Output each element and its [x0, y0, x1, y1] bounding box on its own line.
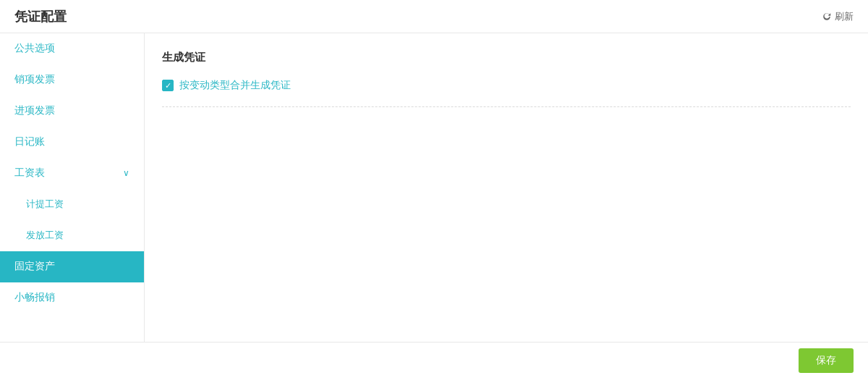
sidebar-item-payroll-accrual[interactable]: 计提工资 [0, 189, 144, 220]
sidebar: 公共选项销项发票进项发票日记账工资表∨计提工资发放工资固定资产小畅报销 [0, 33, 145, 342]
sidebar-item-fixed-assets[interactable]: 固定资产 [0, 251, 144, 282]
header: 凭证配置 刷新 [0, 0, 868, 33]
sidebar-item-label: 进项发票 [14, 104, 55, 117]
refresh-label: 刷新 [835, 10, 854, 23]
checkbox-merge-label: 按变动类型合并生成凭证 [179, 79, 291, 92]
sidebar-item-payroll-table[interactable]: 工资表∨ [0, 158, 144, 189]
sidebar-item-label: 发放工资 [26, 229, 64, 242]
sidebar-item-label: 销项发票 [14, 73, 55, 86]
sidebar-item-purchase-invoice[interactable]: 进项发票 [0, 96, 144, 127]
refresh-button[interactable]: 刷新 [822, 10, 854, 23]
sidebar-item-public-options[interactable]: 公共选项 [0, 33, 144, 64]
main-content: 公共选项销项发票进项发票日记账工资表∨计提工资发放工资固定资产小畅报销 生成凭证… [0, 33, 868, 342]
sidebar-item-payroll-release[interactable]: 发放工资 [0, 220, 144, 251]
section-title: 生成凭证 [162, 51, 851, 64]
sidebar-item-label: 日记账 [14, 135, 45, 148]
chevron-down-icon: ∨ [123, 168, 129, 178]
sidebar-item-label: 工资表 [14, 167, 45, 180]
sidebar-item-label: 公共选项 [14, 42, 55, 55]
sidebar-item-journal[interactable]: 日记账 [0, 127, 144, 158]
page-title: 凭证配置 [14, 8, 67, 25]
sidebar-item-label: 固定资产 [14, 260, 55, 273]
checkbox-merge-type[interactable] [162, 80, 174, 91]
sidebar-item-label: 计提工资 [26, 198, 64, 211]
section-divider [162, 106, 851, 107]
footer: 保存 [0, 342, 868, 378]
sidebar-item-label: 小畅报销 [14, 291, 55, 304]
refresh-icon [822, 12, 832, 22]
content-area: 生成凭证 按变动类型合并生成凭证 [145, 33, 868, 342]
sidebar-item-sales-invoice[interactable]: 销项发票 [0, 64, 144, 96]
checkbox-row: 按变动类型合并生成凭证 [162, 79, 851, 92]
sidebar-item-expense-report[interactable]: 小畅报销 [0, 282, 144, 314]
save-button[interactable]: 保存 [799, 348, 854, 373]
